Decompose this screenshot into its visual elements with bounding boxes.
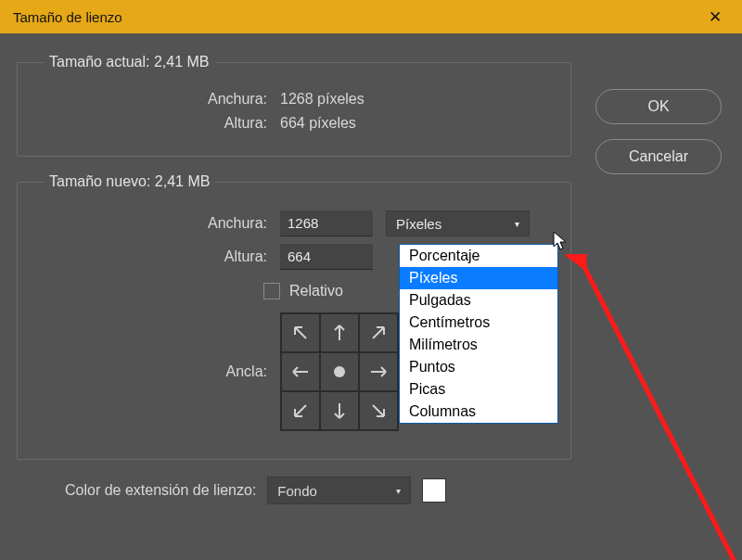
unit-option-columnas[interactable]: Columnas <box>400 401 557 423</box>
current-width-label: Anchura: <box>34 91 280 108</box>
anchor-w[interactable] <box>281 352 320 391</box>
anchor-sw[interactable] <box>281 391 320 430</box>
anchor-n[interactable] <box>320 313 359 352</box>
current-size-group: Tamaño actual: 2,41 MB Anchura: 1268 píx… <box>17 54 571 157</box>
unit-option-pulgadas[interactable]: Pulgadas <box>400 289 557 312</box>
unit-option-puntos[interactable]: Puntos <box>400 356 557 378</box>
anchor-se[interactable] <box>359 391 398 430</box>
window-title: Tamaño de lienzo <box>13 9 122 25</box>
anchor-grid <box>280 312 399 431</box>
new-width-label: Anchura: <box>34 215 280 232</box>
current-height-value: 664 píxeles <box>280 115 356 132</box>
anchor-s[interactable] <box>320 391 359 430</box>
chevron-down-icon: ▾ <box>396 486 401 496</box>
extension-select[interactable]: Fondo ▾ <box>267 477 411 504</box>
dialog-content: Tamaño actual: 2,41 MB Anchura: 1268 píx… <box>0 33 742 521</box>
new-size-legend: Tamaño nuevo: 2,41 MB <box>44 173 215 190</box>
ok-button[interactable]: OK <box>595 89 722 124</box>
dialog-buttons: OK Cancelar <box>595 89 722 174</box>
unit-option-milimetros[interactable]: Milímetros <box>400 334 557 356</box>
anchor-label: Ancla: <box>34 363 280 380</box>
relative-checkbox[interactable] <box>263 283 280 299</box>
unit-dropdown: Porcentaje Píxeles Pulgadas Centímetros … <box>399 244 558 424</box>
current-size-legend: Tamaño actual: 2,41 MB <box>44 54 215 70</box>
current-height-label: Altura: <box>34 115 280 132</box>
relative-label: Relativo <box>289 283 343 299</box>
cancel-button[interactable]: Cancelar <box>595 139 722 174</box>
extension-color-swatch[interactable] <box>422 478 446 503</box>
annotation-arrow-icon <box>566 254 742 560</box>
unit-select-value: Píxeles <box>396 216 441 232</box>
extension-row: Color de extensión de lienzo: Fondo ▾ <box>65 477 725 504</box>
extension-label: Color de extensión de lienzo: <box>65 482 256 499</box>
unit-option-centimetros[interactable]: Centímetros <box>400 312 557 334</box>
width-input[interactable] <box>280 210 373 236</box>
extension-select-value: Fondo <box>277 483 317 499</box>
anchor-e[interactable] <box>359 352 398 391</box>
anchor-nw[interactable] <box>281 313 320 352</box>
title-bar: Tamaño de lienzo ✕ <box>0 0 742 33</box>
svg-line-0 <box>582 263 735 560</box>
height-input[interactable] <box>280 244 373 270</box>
close-icon[interactable]: ✕ <box>701 4 729 31</box>
chevron-down-icon: ▾ <box>515 219 519 229</box>
unit-select[interactable]: Píxeles ▾ <box>386 210 530 236</box>
unit-option-picas[interactable]: Picas <box>400 378 557 401</box>
anchor-center[interactable] <box>320 352 359 391</box>
unit-option-pixeles[interactable]: Píxeles <box>400 267 557 289</box>
unit-option-porcentaje[interactable]: Porcentaje <box>400 245 557 267</box>
new-height-label: Altura: <box>34 248 280 265</box>
current-width-value: 1268 píxeles <box>280 91 365 108</box>
anchor-ne[interactable] <box>359 313 398 352</box>
